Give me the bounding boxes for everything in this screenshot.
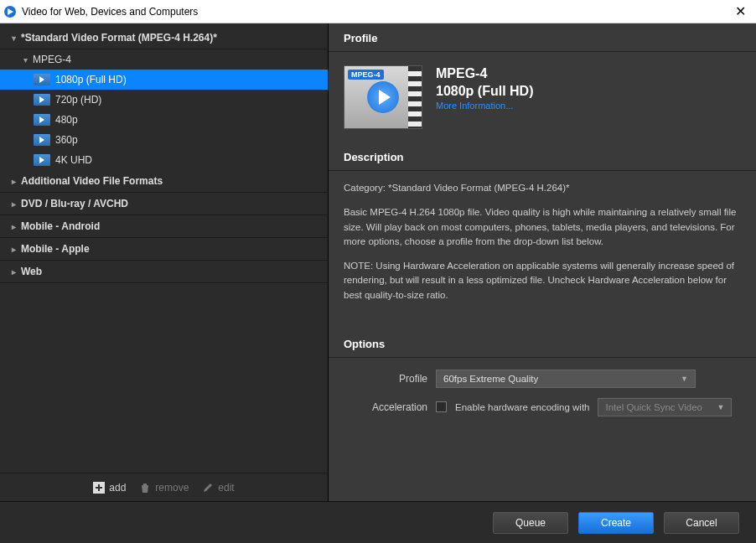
video-thumb-icon bbox=[34, 114, 50, 126]
description-para2: NOTE: Using Hardware Acceleration on app… bbox=[344, 259, 741, 303]
options-section-title: Options bbox=[329, 329, 756, 358]
profile-select-value: 60fps Extreme Quality bbox=[443, 374, 538, 384]
edit-button[interactable]: edit bbox=[202, 482, 234, 494]
chevron-down-icon: ▼ bbox=[681, 375, 688, 383]
pencil-icon bbox=[202, 482, 214, 494]
profile-section-title: Profile bbox=[329, 23, 756, 52]
tree-subgroup-mpeg4[interactable]: MPEG-4 bbox=[0, 49, 328, 70]
tree-item-4k[interactable]: 4K UHD bbox=[0, 150, 328, 170]
video-thumb-icon bbox=[34, 74, 50, 85]
more-info-link[interactable]: More Information... bbox=[436, 101, 533, 111]
tree-item-label: 480p bbox=[55, 114, 78, 126]
acceleration-option-label: Acceleration bbox=[344, 401, 427, 413]
hardware-encoding-label: Enable hardware encoding with bbox=[455, 402, 589, 412]
tree-group-apple[interactable]: Mobile - Apple bbox=[0, 238, 328, 261]
video-thumb-icon bbox=[34, 94, 50, 106]
app-icon bbox=[3, 5, 17, 18]
plus-icon bbox=[93, 482, 105, 494]
hardware-encoding-checkbox[interactable] bbox=[436, 401, 447, 412]
tree-item-480p[interactable]: 480p bbox=[0, 110, 328, 130]
profile-select[interactable]: 60fps Extreme Quality ▼ bbox=[436, 370, 696, 388]
add-button[interactable]: add bbox=[93, 482, 126, 494]
video-thumb-icon bbox=[34, 154, 50, 166]
edit-label: edit bbox=[218, 482, 234, 494]
cancel-button[interactable]: Cancel bbox=[664, 512, 739, 534]
tree-item-label: 360p bbox=[55, 134, 78, 146]
sidebar: *Standard Video Format (MPEG-4 H.264)* M… bbox=[0, 23, 329, 501]
tree-item-label: 1080p (Full HD) bbox=[55, 74, 127, 85]
sidebar-toolbar: add remove edit bbox=[0, 473, 328, 501]
profile-body: MPEG-4 MPEG-4 1080p (Full HD) More Infor… bbox=[329, 52, 756, 142]
profile-thumbnail: MPEG-4 bbox=[344, 65, 422, 129]
description-category: Category: *Standard Video Format (MPEG-4… bbox=[344, 181, 741, 195]
profile-option-label: Profile bbox=[344, 373, 427, 385]
chevron-down-icon: ▼ bbox=[717, 403, 725, 411]
tree-item-360p[interactable]: 360p bbox=[0, 130, 328, 150]
remove-button[interactable]: remove bbox=[139, 482, 189, 494]
titlebar: Video for Web, Devices and Computers ✕ bbox=[0, 0, 756, 23]
profile-title-line2: 1080p (Full HD) bbox=[436, 83, 533, 101]
tree-item-label: 720p (HD) bbox=[55, 94, 101, 106]
tree-group-web[interactable]: Web bbox=[0, 261, 328, 283]
description-section-title: Description bbox=[329, 142, 756, 171]
tree-item-label: 4K UHD bbox=[55, 154, 92, 166]
format-badge: MPEG-4 bbox=[348, 70, 384, 80]
description-body: Category: *Standard Video Format (MPEG-4… bbox=[329, 171, 756, 329]
tree-group-standard[interactable]: *Standard Video Format (MPEG-4 H.264)* bbox=[0, 27, 328, 49]
trash-icon bbox=[139, 482, 151, 494]
filmstrip-icon bbox=[408, 66, 422, 128]
create-button[interactable]: Create bbox=[578, 512, 654, 534]
tree-item-1080p[interactable]: 1080p (Full HD) bbox=[0, 70, 328, 90]
content-panel: Profile MPEG-4 MPEG-4 1080p (Full HD) Mo… bbox=[329, 23, 756, 501]
close-icon[interactable]: ✕ bbox=[728, 3, 753, 19]
tree-item-720p[interactable]: 720p (HD) bbox=[0, 90, 328, 110]
dialog-footer: Queue Create Cancel bbox=[0, 501, 756, 543]
format-tree: *Standard Video Format (MPEG-4 H.264)* M… bbox=[0, 23, 328, 473]
description-para1: Basic MPEG-4 H.264 1080p file. Video qua… bbox=[344, 205, 741, 249]
play-icon bbox=[367, 81, 399, 113]
remove-label: remove bbox=[155, 482, 189, 494]
window-title: Video for Web, Devices and Computers bbox=[22, 6, 728, 18]
tree-group-additional[interactable]: Additional Video File Formats bbox=[0, 170, 328, 193]
add-label: add bbox=[109, 482, 126, 494]
encoder-select-value: Intel Quick Sync Video bbox=[605, 402, 702, 412]
profile-title-line1: MPEG-4 bbox=[436, 65, 533, 83]
profile-text: MPEG-4 1080p (Full HD) More Information.… bbox=[436, 65, 533, 111]
video-thumb-icon bbox=[34, 134, 50, 146]
encoder-select[interactable]: Intel Quick Sync Video ▼ bbox=[598, 398, 732, 416]
options-body: Profile 60fps Extreme Quality ▼ Accelera… bbox=[329, 358, 756, 445]
tree-group-dvd[interactable]: DVD / Blu-ray / AVCHD bbox=[0, 193, 328, 215]
tree-group-android[interactable]: Mobile - Android bbox=[0, 215, 328, 238]
queue-button[interactable]: Queue bbox=[493, 512, 568, 534]
